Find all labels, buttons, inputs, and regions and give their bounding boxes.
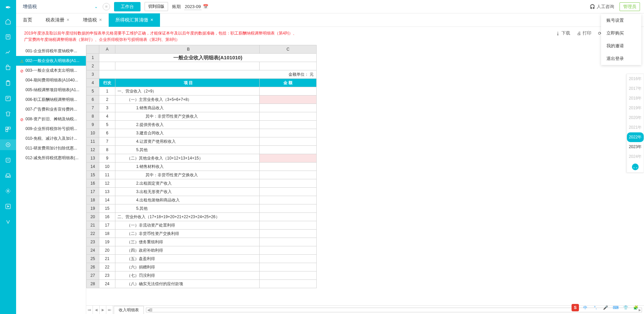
form-item[interactable]: 011-研发费用加计扣除优惠... (16, 143, 86, 153)
tab-3[interactable]: 所得税汇算清缴✕ (109, 13, 160, 27)
year-option[interactable]: 2016年 (627, 74, 644, 84)
cell-rownum[interactable]: 13 (99, 188, 115, 196)
cell-amount[interactable] (260, 221, 317, 230)
row-header[interactable]: 1 (87, 54, 99, 62)
row-header[interactable]: 7 (87, 104, 99, 112)
workbench-button[interactable]: 工作台 (114, 2, 141, 11)
ime-punct-icon[interactable]: °, (592, 304, 599, 311)
cell-rownum[interactable]: 4 (99, 112, 115, 121)
cell-rownum[interactable]: 3 (99, 104, 115, 112)
year-more-icon[interactable]: ⌄⌄ (632, 164, 639, 170)
nav-form-icon[interactable] (0, 93, 16, 104)
cell-rownum[interactable]: 24 (99, 280, 115, 288)
year-option[interactable]: 2019年 (627, 103, 644, 113)
form-item[interactable]: ⊘003-一般企业成本支出明细... (16, 66, 86, 75)
cell-amount[interactable] (260, 154, 317, 163)
cell-item[interactable]: （八）确实无法偿付的应付款项 (115, 280, 260, 288)
user-menu-item[interactable]: 我的邀请 (601, 40, 641, 52)
cell-item[interactable]: 4.让渡资产使用权收入 (115, 137, 260, 146)
row-header[interactable]: 16 (87, 179, 99, 188)
cell-item[interactable]: （一）主营业务收入（3+5+6+7+8） (115, 96, 260, 104)
nav-tax-icon[interactable] (0, 139, 16, 150)
row-header[interactable]: 17 (87, 188, 99, 196)
row-header[interactable]: 20 (87, 213, 99, 221)
cell-item[interactable]: （六）捐赠利得 (115, 263, 260, 271)
cell-amount[interactable] (260, 263, 317, 271)
cell-rownum[interactable]: 6 (99, 129, 115, 137)
cell-item[interactable]: （二）非货币性资产交换利得 (115, 230, 260, 238)
close-icon[interactable]: ✕ (66, 18, 69, 22)
tab-2[interactable]: 增值税✕ (76, 13, 109, 27)
row-header[interactable]: 8 (87, 112, 99, 121)
cell-amount[interactable] (260, 280, 317, 288)
consult-button[interactable]: 🎧 人工咨询 (590, 4, 614, 10)
year-option[interactable]: 2017年 (627, 84, 644, 93)
cell-amount[interactable] (260, 246, 317, 255)
calendar-icon[interactable]: 📅 (203, 4, 208, 9)
sheet-first-icon[interactable]: ⏮ (86, 306, 93, 314)
cell-item[interactable]: 2.出租固定资产收入 (115, 179, 260, 188)
switch-old-button[interactable]: 切到旧版 (145, 2, 168, 11)
year-option[interactable]: 2021年 (627, 123, 644, 132)
row-header[interactable]: 23 (87, 238, 99, 246)
row-header[interactable]: 2 (87, 62, 99, 70)
nav-grid-icon[interactable] (0, 124, 16, 135)
ime-lang-icon[interactable]: 中 (582, 304, 589, 311)
entity-selector[interactable]: 增值税 ⌄ (20, 2, 101, 11)
user-menu-item[interactable]: 账号设置 (601, 14, 641, 27)
cell-rownum[interactable]: 11 (99, 171, 115, 179)
cell-amount[interactable] (260, 112, 317, 121)
ime-sogou-icon[interactable]: S (572, 304, 579, 311)
form-item[interactable]: 010-免税、减计收入及加计... (16, 134, 86, 143)
admin-button[interactable]: 管理员 (620, 2, 640, 11)
print-button[interactable]: 🖨打印 (577, 30, 591, 36)
cell-amount[interactable] (260, 196, 317, 204)
year-option[interactable]: 2023年 (627, 142, 644, 152)
ime-toolbox-icon[interactable]: 🧩 (632, 304, 639, 311)
form-item[interactable]: ⚠002-一般企业收入明细表(A1... (16, 56, 86, 66)
ime-keyboard-icon[interactable]: ⌨ (612, 304, 619, 311)
cell-rownum[interactable]: 21 (99, 255, 115, 263)
row-header[interactable]: 13 (87, 154, 99, 163)
cell-amount[interactable] (260, 204, 317, 213)
cell-item[interactable]: 2.提供劳务收入 (115, 121, 260, 129)
nav-bag-icon[interactable] (0, 62, 16, 73)
cell-rownum[interactable]: 10 (99, 163, 115, 171)
period-value[interactable]: 2023-09 (184, 3, 202, 10)
cell-rownum[interactable]: 1 (99, 87, 115, 96)
row-header[interactable]: 9 (87, 121, 99, 129)
row-header[interactable]: 19 (87, 204, 99, 213)
cell-item[interactable]: （三）债务重组利得 (115, 238, 260, 246)
nav-chart-icon[interactable] (0, 47, 16, 58)
nav-tshirt-icon[interactable] (0, 109, 16, 119)
row-header[interactable]: 26 (87, 263, 99, 271)
cell-amount[interactable] (260, 163, 317, 171)
nav-play-icon[interactable] (0, 201, 16, 212)
sheet-prev-icon[interactable]: ◀ (93, 306, 100, 314)
cell-amount[interactable] (260, 137, 317, 146)
row-header[interactable]: 24 (87, 246, 99, 255)
cell-rownum[interactable]: 20 (99, 246, 115, 255)
info-icon[interactable]: ≡ (103, 3, 110, 10)
row-header[interactable]: 12 (87, 146, 99, 154)
row-header[interactable]: 27 (87, 271, 99, 280)
sheet-last-icon[interactable]: ⏭ (106, 306, 113, 314)
cell-item[interactable]: （七）罚没利得 (115, 271, 260, 280)
year-option[interactable]: 2018年 (627, 93, 644, 103)
cell-item[interactable]: （二）其他业务收入（10+12+13+14+15） (115, 154, 260, 163)
col-header-a[interactable]: A (99, 45, 115, 54)
form-item[interactable]: 007-广告费和业务宣传费跨... (16, 105, 86, 114)
cell-amount[interactable] (260, 146, 317, 154)
cell-rownum[interactable]: 8 (99, 146, 115, 154)
form-item[interactable]: 004-期间费用明细表(A1040... (16, 75, 86, 85)
row-header[interactable]: 25 (87, 255, 99, 263)
row-header[interactable]: 28 (87, 280, 99, 288)
nav-v-icon[interactable] (0, 216, 16, 227)
cell-item[interactable]: 3.建造合同收入 (115, 129, 260, 137)
cell-rownum[interactable]: 17 (99, 221, 115, 230)
user-menu-item[interactable]: 退出登录 (601, 52, 641, 65)
cell-item[interactable]: （五）盘盈利得 (115, 255, 260, 263)
cell-amount[interactable] (260, 255, 317, 263)
cell-item[interactable]: 一、营业收入（2+9） (115, 87, 260, 96)
row-header[interactable]: 5 (87, 87, 99, 96)
